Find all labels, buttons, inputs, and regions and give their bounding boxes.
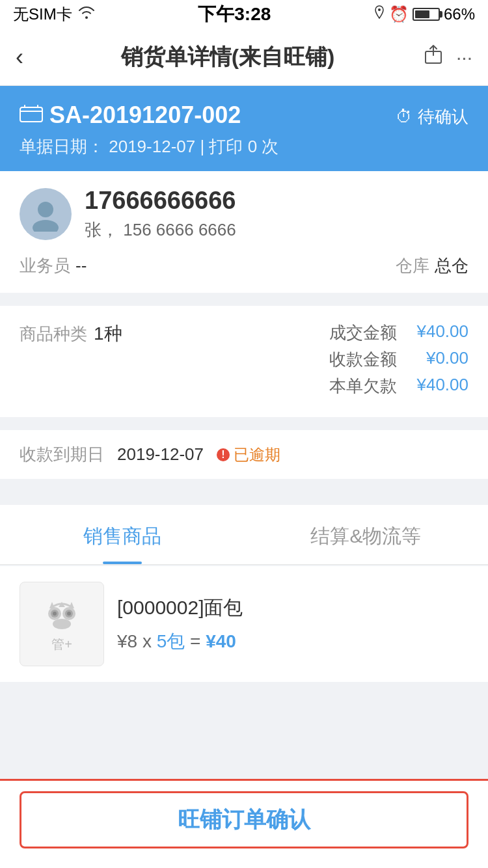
summary-section: 商品种类 1种 成交金额 ¥40.00 收款金额 ¥0.00 本单欠款 ¥40.… [0, 306, 488, 417]
product-info: [0000002]面包 ¥8 x 5包 = ¥40 [117, 595, 468, 654]
tabs: 销售商品 结算&物流等 [0, 505, 488, 564]
svg-point-3 [38, 202, 53, 217]
received-label: 收款金额 [329, 348, 397, 371]
customer-name: 张， 156 6666 6666 [85, 219, 236, 241]
product-logo-plus: 管+ [51, 636, 72, 653]
status-bar-right: ⏰ 66% [373, 5, 475, 23]
price-amount: ¥8 [117, 631, 137, 651]
clock-icon: ⏰ [389, 5, 409, 23]
customer-info: 17666666666 张， 156 6666 6666 [85, 187, 236, 241]
due-date-value: 2019-12-07 [117, 444, 204, 465]
order-header: SA-20191207-002 单据日期： 2019-12-07 | 打印 0 … [0, 86, 488, 171]
status-clock-icon: ⏱ [396, 107, 413, 127]
page-title: 销货单详情(来自旺铺) [48, 42, 407, 72]
avatar [20, 188, 72, 240]
order-icon [20, 102, 43, 129]
customer-section: 17666666666 张， 156 6666 6666 业务员 -- 仓库 总… [0, 171, 488, 293]
battery-percent: 66% [444, 5, 475, 23]
customer-row: 17666666666 张， 156 6666 6666 [20, 187, 468, 241]
order-date-row: 单据日期： 2019-12-07 | 打印 0 次 [20, 135, 278, 158]
bottom-bar: 旺铺订单确认 [0, 779, 488, 868]
warehouse-label: 仓库 [396, 254, 429, 277]
svg-point-10 [67, 612, 71, 616]
price-equals: = [190, 631, 206, 651]
product-section: 管+ [0000002]面包 ¥8 x 5包 = ¥40 [0, 566, 488, 682]
amount-value: ¥40.00 [416, 321, 468, 344]
customer-phone: 17666666666 [85, 187, 236, 215]
due-section: 收款到期日 2019-12-07 ! 已逾期 [0, 430, 488, 479]
price-multiply: x [142, 631, 157, 651]
more-icon[interactable]: ··· [456, 46, 472, 68]
customer-meta: 业务员 -- 仓库 总仓 [20, 254, 468, 277]
svg-point-4 [33, 220, 59, 232]
product-item: 管+ [0000002]面包 ¥8 x 5包 = ¥40 [20, 582, 468, 666]
location-icon [373, 5, 385, 23]
debt-row: 本单欠款 ¥40.00 [329, 375, 468, 398]
nav-bar: ‹ 销货单详情(来自旺铺) ··· [0, 29, 488, 86]
warehouse-value: 总仓 [435, 254, 468, 277]
sales-value: -- [75, 256, 87, 276]
product-name: [0000002]面包 [117, 595, 468, 621]
order-id-row: SA-20191207-002 [20, 102, 278, 129]
carrier-label: 无SIM卡 [13, 4, 72, 25]
divider-2 [0, 417, 488, 430]
tab-settlement[interactable]: 结算&物流等 [244, 505, 488, 564]
product-kind-value: 1种 [94, 321, 122, 346]
tabs-section: 销售商品 结算&物流等 [0, 505, 488, 565]
svg-rect-2 [20, 107, 42, 122]
divider-3 [0, 479, 488, 492]
share-icon[interactable] [424, 45, 443, 69]
debt-label: 本单欠款 [329, 375, 397, 398]
sales-item: 业务员 -- [20, 254, 87, 277]
order-id-text: SA-20191207-002 [49, 102, 241, 129]
wifi-icon [77, 5, 96, 23]
due-label: 收款到期日 [20, 443, 104, 466]
overdue-badge: ! 已逾期 [217, 444, 280, 465]
svg-point-9 [53, 612, 57, 616]
confirm-button[interactable]: 旺铺订单确认 [20, 791, 468, 848]
back-button[interactable]: ‹ [16, 44, 48, 71]
amounts: 成交金额 ¥40.00 收款金额 ¥0.00 本单欠款 ¥40.00 [329, 321, 468, 401]
product-image-inner: 管+ [39, 595, 85, 653]
product-kind-label: 商品种类 [20, 323, 87, 346]
order-status: ⏱ 待确认 [396, 105, 468, 128]
product-price: ¥8 x 5包 = ¥40 [117, 629, 468, 654]
status-bar-left: 无SIM卡 [13, 4, 96, 25]
price-qty: 5包 [157, 631, 185, 651]
svg-point-0 [378, 8, 381, 11]
received-row: 收款金额 ¥0.00 [329, 348, 468, 371]
amount-label: 成交金额 [329, 321, 397, 344]
received-value: ¥0.00 [426, 348, 468, 371]
debt-value: ¥40.00 [416, 375, 468, 398]
summary-row: 商品种类 1种 成交金额 ¥40.00 收款金额 ¥0.00 本单欠款 ¥40.… [20, 321, 468, 401]
overdue-text: 已逾期 [234, 444, 280, 465]
price-total: ¥40 [206, 631, 236, 651]
tab-sales[interactable]: 销售商品 [0, 505, 244, 564]
product-kind: 商品种类 1种 [20, 321, 122, 346]
sales-label: 业务员 [20, 254, 70, 277]
warehouse-item: 仓库 总仓 [396, 254, 468, 277]
battery-icon [413, 8, 440, 21]
overdue-icon: ! [217, 448, 230, 461]
product-image: 管+ [20, 582, 104, 666]
nav-actions: ··· [407, 45, 472, 69]
order-header-left: SA-20191207-002 单据日期： 2019-12-07 | 打印 0 … [20, 102, 278, 158]
status-text: 待确认 [418, 105, 468, 128]
amount-row: 成交金额 ¥40.00 [329, 321, 468, 344]
svg-point-11 [53, 619, 71, 629]
status-time: 下午3:28 [198, 2, 271, 27]
status-bar: 无SIM卡 下午3:28 ⏰ 66% [0, 0, 488, 29]
divider-1 [0, 293, 488, 306]
